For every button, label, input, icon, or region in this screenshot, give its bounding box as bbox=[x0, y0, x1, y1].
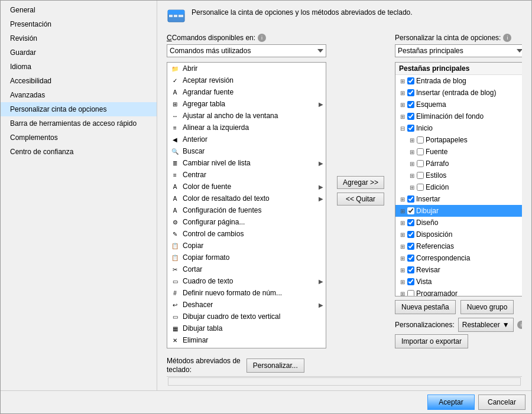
command-item[interactable]: ≣Cambiar nivel de lista▶ bbox=[167, 157, 326, 169]
tree-expand-icon[interactable] bbox=[398, 112, 407, 121]
command-item[interactable]: AConfiguración de fuentes bbox=[167, 204, 326, 216]
command-item[interactable]: 📁Abrir bbox=[167, 63, 326, 74]
sidebar-item-idioma[interactable]: Idioma bbox=[1, 60, 157, 74]
tree-checkbox[interactable] bbox=[417, 172, 424, 179]
tree-expand-icon[interactable] bbox=[398, 253, 407, 263]
tree-checkbox[interactable] bbox=[407, 125, 414, 132]
tree-checkbox[interactable] bbox=[407, 266, 414, 273]
tree-expand-icon[interactable] bbox=[407, 147, 417, 157]
tree-checkbox[interactable] bbox=[407, 195, 414, 203]
command-item[interactable]: ↩Deshacer▶ bbox=[167, 299, 326, 311]
tree-expand-icon[interactable] bbox=[407, 182, 417, 192]
tree-expand-icon[interactable] bbox=[407, 159, 417, 168]
accept-button[interactable]: Aceptar bbox=[427, 395, 475, 410]
tree-checkbox[interactable] bbox=[407, 101, 414, 108]
command-item[interactable]: 📋Copiar bbox=[167, 240, 326, 252]
sidebar-item-general[interactable]: General bbox=[1, 3, 157, 17]
tree-item[interactable]: Referencias bbox=[395, 240, 522, 252]
tree-expand-icon[interactable] bbox=[398, 277, 407, 286]
tree-item[interactable]: Inicio bbox=[395, 122, 522, 134]
restore-dropdown[interactable]: Restablecer ▼ bbox=[458, 318, 514, 332]
tree-item[interactable]: Revisar bbox=[395, 264, 522, 276]
tree-item[interactable]: Entrada de blog bbox=[395, 75, 522, 87]
tree-item[interactable]: Diseño bbox=[395, 217, 522, 229]
restore-info-icon[interactable]: i bbox=[517, 321, 522, 329]
add-button[interactable]: Agregar >> bbox=[337, 176, 384, 189]
sidebar-item-complementos[interactable]: Complementos bbox=[1, 131, 157, 145]
tree-checkbox[interactable] bbox=[407, 219, 414, 226]
tree-expand-icon[interactable] bbox=[398, 194, 407, 204]
tree-checkbox[interactable] bbox=[417, 136, 424, 144]
tree-expand-icon[interactable] bbox=[398, 206, 407, 216]
tree-expand-icon[interactable] bbox=[398, 76, 407, 86]
tree-expand-icon[interactable] bbox=[398, 123, 407, 133]
new-group-button[interactable]: Nuevo grupo bbox=[460, 300, 514, 314]
command-item[interactable]: ↔Ajustar al ancho de la ventana bbox=[167, 110, 326, 122]
tree-item[interactable]: Fuente bbox=[395, 146, 522, 158]
tree-item[interactable]: Disposición bbox=[395, 229, 522, 240]
tree-checkbox[interactable] bbox=[407, 231, 414, 238]
tree-checkbox[interactable] bbox=[407, 89, 414, 96]
tree-item[interactable]: Insertar bbox=[395, 193, 522, 205]
command-item[interactable]: ▭Dibujar cuadro de texto vertical bbox=[167, 311, 326, 322]
sidebar-item-presentación[interactable]: Presentación bbox=[1, 17, 157, 31]
command-item[interactable]: ≡Alinear a la izquierda bbox=[167, 122, 326, 133]
sidebar-item-revisión[interactable]: Revisión bbox=[1, 31, 157, 45]
tree-checkbox[interactable] bbox=[407, 207, 414, 214]
tree-expand-icon[interactable] bbox=[398, 265, 407, 275]
command-item[interactable]: ≡Centrar bbox=[167, 169, 326, 181]
tree-expand-icon[interactable] bbox=[407, 135, 417, 145]
sidebar-item-guardar[interactable]: Guardar bbox=[1, 45, 157, 60]
commands-info-icon[interactable]: i bbox=[258, 34, 266, 42]
command-item[interactable]: #Definir nuevo formato de núm... bbox=[167, 287, 326, 299]
tree-item[interactable]: Eliminación del fondo bbox=[395, 110, 522, 122]
command-item[interactable]: ▭Cuadro de texto▶ bbox=[167, 275, 326, 287]
remove-button[interactable]: << Quitar bbox=[337, 193, 384, 206]
commands-list[interactable]: 📁Abrir✓Aceptar revisiónAAgrandar fuente⊞… bbox=[167, 63, 326, 348]
command-item[interactable]: ⚙Configurar página... bbox=[167, 216, 326, 228]
tree-item[interactable]: Portapapeles bbox=[395, 134, 522, 146]
sidebar-item-centro-de-confianza[interactable]: Centro de confianza bbox=[1, 145, 157, 159]
command-item[interactable]: ✉Enviar por correo electrónico bbox=[167, 346, 326, 348]
tree-expand-icon[interactable] bbox=[398, 230, 407, 239]
tree-expand-icon[interactable] bbox=[398, 242, 407, 251]
tree-checkbox[interactable] bbox=[407, 243, 414, 250]
command-item[interactable]: ◀Anterior bbox=[167, 133, 326, 145]
tree-checkbox[interactable] bbox=[417, 184, 424, 191]
tree-checkbox[interactable] bbox=[407, 77, 414, 84]
tree-expand-icon[interactable] bbox=[398, 88, 407, 97]
new-tab-button[interactable]: Nueva pestaña bbox=[395, 300, 456, 314]
h-scroll-track[interactable] bbox=[168, 377, 521, 386]
command-item[interactable]: ⊞Agregar tabla▶ bbox=[167, 98, 326, 110]
tree-expand-icon[interactable] bbox=[398, 218, 407, 227]
command-item[interactable]: AAgrandar fuente bbox=[167, 86, 326, 98]
tree-checkbox[interactable] bbox=[407, 278, 414, 285]
tree-item[interactable]: Dibujar bbox=[395, 205, 522, 217]
tree-expand-icon[interactable] bbox=[407, 171, 417, 180]
keyboard-customize-button[interactable]: Personalizar... bbox=[246, 358, 304, 373]
tree-checkbox[interactable] bbox=[407, 290, 414, 296]
bottom-scrollbar[interactable] bbox=[167, 376, 522, 386]
command-item[interactable]: ✎Control de cambios bbox=[167, 228, 326, 240]
tree-item[interactable]: Esquema bbox=[395, 99, 522, 110]
sidebar-item-avanzadas[interactable]: Avanzadas bbox=[1, 88, 157, 102]
tree-checkbox[interactable] bbox=[407, 255, 414, 262]
tree-item[interactable]: Correspondencia bbox=[395, 252, 522, 264]
ribbon-tree-container[interactable]: Pestañas principales Entrada de blogInse… bbox=[395, 62, 522, 296]
tree-item[interactable]: Insertar (entrada de blog) bbox=[395, 87, 522, 99]
tree-checkbox[interactable] bbox=[417, 148, 424, 155]
ribbon-dropdown[interactable]: Pestañas principales Pestañas de herrami… bbox=[395, 44, 522, 57]
command-item[interactable]: AColor de resaltado del texto▶ bbox=[167, 193, 326, 204]
tree-expand-icon[interactable] bbox=[398, 100, 407, 109]
tree-expand-icon[interactable] bbox=[398, 289, 407, 296]
tree-checkbox[interactable] bbox=[407, 113, 414, 120]
cancel-button[interactable]: Cancelar bbox=[478, 395, 525, 410]
sidebar-item-barra-de-herramientas-de-acceso-rápido[interactable]: Barra de herramientas de acceso rápido bbox=[1, 116, 157, 131]
sidebar-item-personalizar-cinta-de-opciones[interactable]: Personalizar cinta de opciones bbox=[1, 102, 157, 116]
import-export-button[interactable]: Importar o exportar bbox=[395, 334, 468, 348]
ribbon-info-icon[interactable]: i bbox=[503, 34, 511, 42]
command-item[interactable]: ✂Cortar bbox=[167, 263, 326, 275]
tree-item[interactable]: Vista bbox=[395, 276, 522, 288]
sidebar-item-accesibilidad[interactable]: Accesibilidad bbox=[1, 74, 157, 88]
tree-item[interactable]: Estilos bbox=[395, 169, 522, 181]
